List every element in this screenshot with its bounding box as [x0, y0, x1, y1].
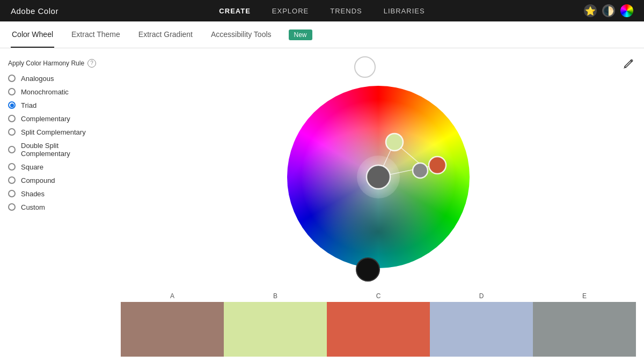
app-logo: Adobe Color [11, 6, 58, 16]
tab-extract-gradient[interactable]: Extract Gradient [137, 21, 194, 48]
harmony-options: Analogous Monochromatic Triad Complement… [8, 75, 105, 211]
swatch-labels: A B C D E [121, 287, 636, 302]
left-panel: Apply Color Harmony Rule ? Analogous Mon… [0, 48, 113, 362]
swatch-d[interactable] [430, 302, 533, 357]
theme-icon[interactable]: 🌓 [602, 4, 615, 17]
swatches-row [121, 302, 636, 357]
sub-nav: Color Wheel Extract Theme Extract Gradie… [0, 21, 644, 48]
radio-complementary [8, 115, 16, 122]
profile-icon[interactable] [620, 4, 633, 17]
top-nav: Adobe Color CREATE EXPLORE TRENDS LIBRAR… [0, 0, 644, 21]
swatch-a[interactable] [121, 302, 224, 357]
swatch-e[interactable] [533, 302, 636, 357]
color-wheel[interactable] [287, 86, 470, 268]
tab-color-wheel[interactable]: Color Wheel [11, 21, 54, 48]
radio-triad [8, 101, 16, 109]
option-compound[interactable]: Compound [8, 176, 105, 184]
nav-explore[interactable]: EXPLORE [272, 7, 309, 15]
center-area: A B C D E [113, 48, 644, 362]
option-complementary[interactable]: Complementary [8, 115, 105, 123]
nav-libraries[interactable]: LIBRARIES [384, 7, 425, 15]
option-analogous[interactable]: Analogous [8, 75, 105, 83]
tab-extract-theme[interactable]: Extract Theme [70, 21, 121, 48]
swatch-label-e: E [533, 292, 636, 300]
option-shades[interactable]: Shades [8, 190, 105, 198]
color-wheel-container[interactable] [287, 86, 470, 268]
swatch-label-b: B [224, 292, 327, 300]
harmony-rule-label: Apply Color Harmony Rule ? [8, 59, 105, 68]
bookmark-icon[interactable]: ⭐ [584, 4, 597, 17]
radio-split-complementary [8, 128, 16, 136]
float-swatch-bottom[interactable] [356, 257, 380, 282]
radio-double-split-complementary [8, 146, 16, 153]
radio-compound [8, 176, 16, 184]
radio-analogous [8, 75, 16, 82]
top-nav-icons: ⭐ 🌓 [584, 4, 633, 17]
option-custom[interactable]: Custom [8, 203, 105, 211]
option-square[interactable]: Square [8, 163, 105, 171]
nav-create[interactable]: CREATE [219, 7, 250, 15]
swatch-c[interactable] [327, 302, 430, 357]
option-monochromatic[interactable]: Monochromatic [8, 88, 105, 96]
option-split-complementary[interactable]: Split Complementary [8, 128, 105, 136]
nav-trends[interactable]: TRENDS [330, 7, 362, 15]
option-triad[interactable]: Triad [8, 101, 105, 109]
help-icon[interactable]: ? [87, 59, 96, 68]
radio-monochromatic [8, 88, 16, 95]
eyedropper-button[interactable] [621, 59, 633, 73]
swatch-label-d: D [430, 292, 533, 300]
tab-accessibility-tools[interactable]: Accessibility Tools [210, 21, 273, 48]
main-content: Apply Color Harmony Rule ? Analogous Mon… [0, 48, 644, 362]
float-swatch-top[interactable] [354, 56, 376, 78]
radio-square [8, 163, 16, 171]
main-nav: CREATE EXPLORE TRENDS LIBRARIES [219, 7, 425, 15]
new-badge[interactable]: New [289, 29, 312, 40]
swatch-label-c: C [327, 292, 430, 300]
radio-custom [8, 203, 16, 211]
radio-shades [8, 190, 16, 197]
option-double-split-complementary[interactable]: Double Split Complementary [8, 142, 105, 158]
swatch-b[interactable] [224, 302, 327, 357]
swatch-label-a: A [121, 292, 224, 300]
